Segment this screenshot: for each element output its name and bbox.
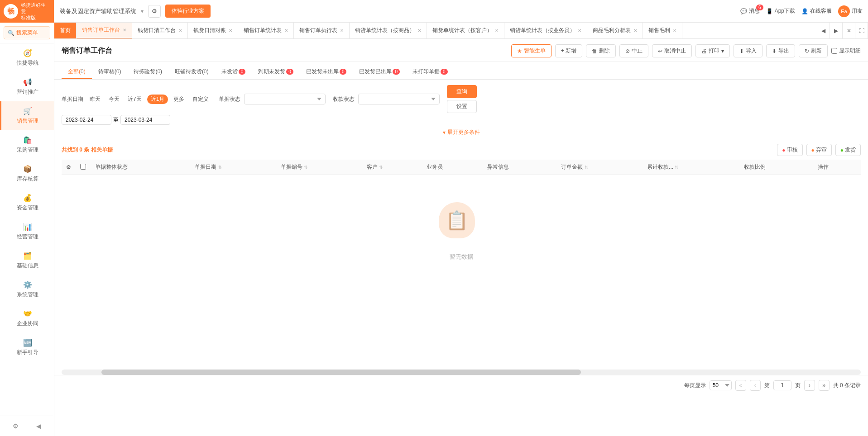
yesterday-shortcut[interactable]: 昨天 [87,95,103,104]
last1m-shortcut[interactable]: 近1月 [147,95,168,104]
online-service-button[interactable]: 👤 在线客服 [801,7,832,15]
filter-tab-expired-unshipped[interactable]: 到期未发货0 [252,65,300,79]
sidebar-item-system[interactable]: ⚙️ 系统管理 [0,275,54,304]
last7-shortcut[interactable]: 近7天 [125,95,144,104]
today-shortcut[interactable]: 今天 [106,95,122,104]
tab-close-icon[interactable]: ✕ [178,28,182,33]
sidebar-item-inventory[interactable]: 📦 库存核算 [0,159,54,188]
tab-cash-daily[interactable]: 钱货日清工作台 ✕ [132,23,188,39]
tab-close-icon[interactable]: ✕ [417,28,421,33]
sidebar-item-basic[interactable]: 🗂️ 基础信息 [0,246,54,275]
custom-shortcut[interactable]: 自定义 [190,95,211,104]
filter-tab-wangpu[interactable]: 旺铺待发货(0) [168,65,215,79]
refresh-button[interactable]: ↻ 刷新 [799,44,828,57]
tab-sales-stats-staff[interactable]: 销货单统计表（按业务员） ✕ [504,23,587,39]
prev-page-button[interactable]: ‹ [750,380,761,391]
th-date[interactable]: 单据日期 ⇅ [190,160,276,175]
user-menu-button[interactable]: Ea 用友 [838,5,863,17]
tab-profit-analysis[interactable]: 商品毛利分析表 ✕ [587,23,643,39]
logo-text: 畅捷通好生意 标准版 [21,2,50,21]
delete-button[interactable]: 🗑 删除 [586,44,616,57]
print-button[interactable]: 🖨 打印 ▾ [695,44,730,57]
date-to-input[interactable] [120,115,170,125]
th-settings[interactable]: ⚙ [62,160,76,175]
stop-button[interactable]: ⊘ 中止 [619,44,648,57]
tab-close-icon[interactable]: ✕ [123,28,126,33]
tab-prev-button[interactable]: ◀ [817,23,830,39]
tab-close-icon[interactable]: ✕ [340,28,344,33]
tab-close-icon[interactable]: ✕ [229,28,232,33]
th-customer[interactable]: 客户 ⇅ [362,160,422,175]
sidebar-item-quick-nav[interactable]: 🧭 快捷导航 [0,43,54,72]
review-button[interactable]: ● 审核 [777,144,802,156]
filter-tab-all[interactable]: 全部(0) [62,65,92,79]
query-button[interactable]: 查询 [447,85,477,98]
search-menu-button[interactable]: 🔍 搜索菜单 [4,26,50,39]
show-detail-checkbox[interactable] [831,48,837,54]
tab-sales-stats-customer[interactable]: 销货单统计表（按客户） ✕ [427,23,504,39]
collapse-button[interactable]: ◀ [34,421,43,431]
sidebar-item-purchase[interactable]: 🛍️ 采购管理 [0,130,54,159]
date-from-input[interactable] [62,115,111,125]
status-select[interactable] [244,94,326,104]
tab-sales-stats-order[interactable]: 销售订单统计表 ✕ [238,23,294,39]
tab-home[interactable]: 首页 [54,23,77,39]
tab-cash-reconcile[interactable]: 钱货日清对账 ✕ [188,23,238,39]
filter-tab-shipped-warehoused[interactable]: 已发货已出库0 [353,65,406,79]
th-collected[interactable]: 累计收款... ⇅ [643,160,739,175]
sidebar-item-enterprise[interactable]: 🤝 企业协同 [0,304,54,333]
expand-conditions-button[interactable]: ▾ 展开更多条件 [443,128,480,136]
more-shortcut[interactable]: 更多 [171,95,187,104]
app-download-button[interactable]: 📱 App下载 [766,7,795,15]
horizontal-scrollbar[interactable] [62,370,861,375]
message-button[interactable]: 💬 消息 6 [740,7,760,15]
tab-close-icon[interactable]: ✕ [633,28,637,33]
tab-close-icon[interactable]: ✕ [495,28,499,33]
page-number-input[interactable] [773,380,791,390]
filter-tab-pending-review[interactable]: 待审核(0) [92,65,128,79]
filter-tab-not-shipped[interactable]: 未发货0 [215,65,252,79]
sidebar-item-guide[interactable]: 🆕 新手引导 [0,333,54,362]
industry-solution-button[interactable]: 体验行业方案 [165,5,211,18]
select-all-checkbox[interactable] [80,164,86,170]
settings-filter-button[interactable]: 设置 [447,100,477,113]
smart-create-button[interactable]: ★ 智能生单 [511,44,551,57]
settings-button[interactable]: ⚙ [11,421,20,431]
tab-cash-daily-label: 钱货日清工作台 [138,27,176,34]
cancel-stop-button[interactable]: ↩ 取消中止 [652,44,692,57]
filter-tab-shipped-not-warehoused[interactable]: 已发货未出库0 [300,65,353,79]
th-number[interactable]: 单据编号 ⇅ [276,160,362,175]
th-amount[interactable]: 订单金额 ⇅ [556,160,643,175]
page-size-select[interactable]: 50 10 20 100 [710,380,732,390]
sidebar-item-sales[interactable]: 🛒 销售管理 [0,101,54,130]
tab-close-icon[interactable]: ✕ [673,28,676,33]
cancel-review-button[interactable]: ● 弃审 [806,144,832,156]
tab-sales-stats-goods[interactable]: 销货单统计表（按商品） ✕ [350,23,427,39]
import-icon: ⬆ [739,48,744,54]
tab-close-all-button[interactable]: ✕ [843,23,855,39]
next-page-button[interactable]: › [804,380,815,391]
ship-button[interactable]: ● 发货 [835,144,861,156]
export-button[interactable]: ⬇ 导出 [766,44,795,57]
sidebar-item-label: 新手引导 [17,349,38,356]
tab-sales-exec[interactable]: 销售订单执行表 ✕ [294,23,350,39]
add-button[interactable]: + 新增 [555,44,582,57]
tab-next-button[interactable]: ▶ [830,23,843,39]
sidebar-item-finance[interactable]: 💰 资金管理 [0,188,54,217]
scrollbar-thumb[interactable] [101,370,581,375]
filter-tab-pending-check[interactable]: 待拣验货(0) [127,65,168,79]
topbar-settings-button[interactable]: ⚙ [148,5,161,18]
first-page-button[interactable]: « [735,380,746,391]
tab-sales-gross[interactable]: 销售毛利 ✕ [643,23,682,39]
page-title: 销售订单工作台 [62,46,112,56]
tab-expand-button[interactable]: ⛶ [855,23,868,39]
sidebar-item-marketing[interactable]: 📢 营销推广 [0,72,54,101]
tab-close-icon[interactable]: ✕ [578,28,581,33]
sidebar-item-operations[interactable]: 📊 经营管理 [0,217,54,246]
tab-close-icon[interactable]: ✕ [284,28,288,33]
filter-tab-not-printed[interactable]: 未打印单据0 [406,65,454,79]
tab-sales-order[interactable]: 销售订单工作台 ✕ [77,23,132,39]
payment-select[interactable] [358,94,440,104]
import-button[interactable]: ⬆ 导入 [734,44,762,57]
last-page-button[interactable]: » [819,380,830,391]
